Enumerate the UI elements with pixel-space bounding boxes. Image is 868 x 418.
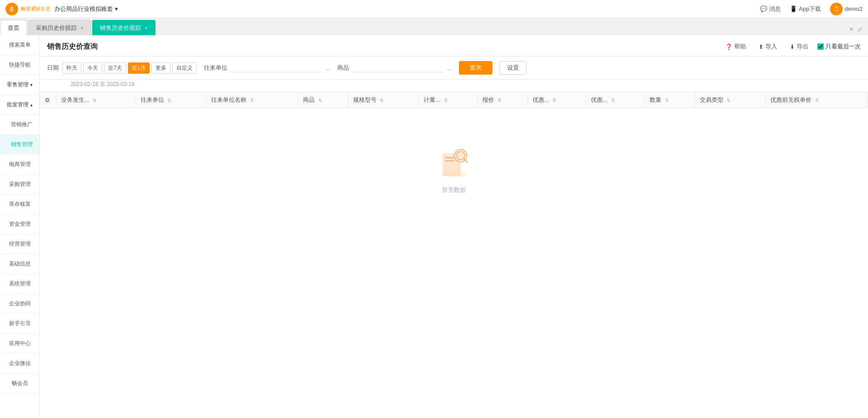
sidebar-item-search-menu[interactable]: 搜索菜单 [0,35,39,55]
tab-sales-history[interactable]: 销售历史价跟踪 × [92,20,156,35]
export-btn[interactable]: ⬇ 导出 [786,41,812,52]
sidebar-item-basic-info[interactable]: 基础信息 [0,254,39,274]
col-pre-tax-price[interactable]: 优惠前无税单价 ⇅ [766,92,868,108]
date-btn-today[interactable]: 今天 [83,62,102,74]
sidebar-item-retail-mgmt[interactable]: 零售管理 ▾ [0,75,39,95]
col-quote-sort: ⇅ [498,98,501,103]
sidebar-item-operations-mgmt[interactable]: 经营管理 [0,234,39,254]
export-label: 导出 [797,43,808,51]
col-biz-date-label: 业务发生... [61,96,90,103]
wholesale-mgmt-arrow-up: ▴ [30,102,33,107]
only-last-checkbox-area[interactable]: 只看最后一次 [817,43,861,51]
sidebar-item-enterprise-wechat[interactable]: 企业微信 [0,354,39,374]
settings-button[interactable]: 设置 [500,61,527,75]
window-maximize-icon[interactable]: ⤢ [857,26,863,33]
window-close-icon[interactable]: × [849,25,854,33]
message-btn[interactable]: 💬 消息 [760,5,781,13]
app-download-icon: 📱 [790,5,797,12]
sidebar-item-ecommerce-mgmt[interactable]: 电商管理 [0,155,39,175]
counterparty-filter-label: 往来单位 [204,64,227,72]
empty-icon [436,144,472,180]
goods-input[interactable] [353,63,443,72]
sidebar-item-new-guide-label: 新手引导 [9,320,31,328]
sidebar-item-member[interactable]: 畅会员 [0,374,39,394]
top-bar-left: 6 畅捷通好生意 办公用品行业模拟账套 ▾ [5,3,118,15]
sidebar-item-purchase-mgmt-label: 采购管理 [9,180,31,188]
sidebar-item-inventory-check[interactable]: 库存核算 [0,195,39,214]
tab-sales-history-close[interactable]: × [145,25,148,31]
date-btn-last7days[interactable]: 近7天 [104,62,126,74]
sidebar-item-enterprise-collab[interactable]: 企业协同 [0,294,39,314]
sidebar-item-sales-mgmt-label: 销售管理 [11,141,33,148]
sidebar-item-purchase-mgmt[interactable]: 采购管理 [0,175,39,195]
company-selector[interactable]: 办公用品行业模拟账套 ▾ [54,5,118,13]
page-actions: ❓ 帮助 ⬆ 导入 ⬇ 导出 只看最后一次 [722,41,861,52]
sidebar-item-app-center[interactable]: 应用中心 [0,334,39,354]
help-btn[interactable]: ❓ 帮助 [722,41,750,52]
message-label: 消息 [769,5,781,13]
sidebar-item-quick-nav[interactable]: 快捷导航 [0,55,39,75]
date-btn-more[interactable]: 更多 [151,62,170,74]
col-qty-label: 数量 [650,96,661,103]
chevron-down-icon: ▾ [115,5,118,12]
sidebar-item-wholesale-mgmt[interactable]: 批发管理 ▴ [0,95,39,115]
only-last-label: 只看最后一次 [826,43,861,51]
date-filter-group: 日期 昨天 今天 近7天 近1月 更多 自定义 [47,62,197,74]
col-pre-tax-price-sort: ⇅ [815,98,819,103]
query-button[interactable]: 查询 [459,61,492,75]
retail-mgmt-arrow-down: ▾ [30,82,33,87]
col-counterparty-code-label: 往来单位 [141,96,164,103]
tab-sales-history-label: 销售历史价跟踪 [100,24,141,32]
sidebar-item-finance-mgmt[interactable]: 资金管理 [0,214,39,234]
tab-home[interactable]: 首页 [0,20,27,35]
sidebar-item-marketing-promo[interactable]: 营销推广 [0,115,39,135]
col-gear[interactable]: ⚙ [40,92,57,108]
date-btn-custom[interactable]: 自定义 [172,62,197,74]
col-discount1-label: 优惠... [533,96,549,103]
date-buttons: 昨天 今天 近7天 近1月 更多 自定义 [62,62,197,74]
counterparty-input[interactable] [231,63,321,72]
app-download-btn[interactable]: 📱 App下载 [790,5,821,13]
sidebar-item-system-mgmt[interactable]: 系统管理 [0,274,39,294]
col-pre-tax-price-label: 优惠前无税单价 [770,96,811,103]
sidebar-item-basic-info-label: 基础信息 [9,260,31,268]
gear-icon[interactable]: ⚙ [45,97,50,104]
col-discount1[interactable]: 优惠... ⇅ [528,92,586,108]
col-discount2[interactable]: 优惠... ⇅ [586,92,645,108]
col-counterparty-code-sort: ⇅ [167,98,171,103]
date-range-text: 2023-02-18 至 2023-03-18 [71,81,134,87]
col-spec-label: 规格型号 [353,96,377,103]
col-goods[interactable]: 商品 ⇅ [298,92,348,108]
goods-dots: ... [447,65,452,71]
col-biz-date[interactable]: 业务发生... ⇅ [57,92,136,108]
col-unit-label: 计量... [424,96,440,103]
col-discount2-label: 优惠... [591,96,608,103]
tab-home-label: 首页 [8,24,19,32]
date-btn-yesterday[interactable]: 昨天 [62,62,81,74]
tab-purchase-history-close[interactable]: × [80,25,84,31]
tab-purchase-history[interactable]: 采购历史价跟踪 × [28,20,91,35]
col-quote[interactable]: 报价 ⇅ [477,92,528,108]
only-last-checkbox[interactable] [817,43,824,50]
user-area[interactable]: D demo2 [830,3,863,15]
date-btn-last1month[interactable]: 近1月 [128,62,150,74]
col-qty-sort: ⇅ [665,98,669,103]
col-spec[interactable]: 规格型号 ⇅ [348,92,419,108]
empty-text: 暂无数据 [442,186,466,194]
date-filter-label: 日期 [47,64,59,72]
col-trade-type[interactable]: 交易类型 ⇅ [695,92,766,108]
app-download-label: App下载 [799,5,821,13]
filter-bar: 日期 昨天 今天 近7天 近1月 更多 自定义 往来单位 ... 商品 ... [40,57,868,80]
col-counterparty-code[interactable]: 往来单位 ⇅ [136,92,207,108]
sidebar-item-sales-mgmt[interactable]: 销售管理 [0,135,39,155]
col-qty[interactable]: 数量 ⇅ [645,92,695,108]
sidebar-item-ecommerce-mgmt-label: 电商管理 [9,161,31,168]
import-btn[interactable]: ⬆ 导入 [755,41,781,52]
col-counterparty-name-sort: ⇅ [250,98,254,103]
col-counterparty-name[interactable]: 往来单位名称 ⇅ [207,92,298,108]
col-unit[interactable]: 计量... ⇅ [419,92,478,108]
empty-state: 暂无数据 [40,108,868,230]
sidebar-item-enterprise-collab-label: 企业协同 [9,300,31,308]
sidebar-item-new-guide[interactable]: 新手引导 [0,314,39,334]
date-range-display: 2023-02-18 至 2023-03-18 [40,80,868,92]
